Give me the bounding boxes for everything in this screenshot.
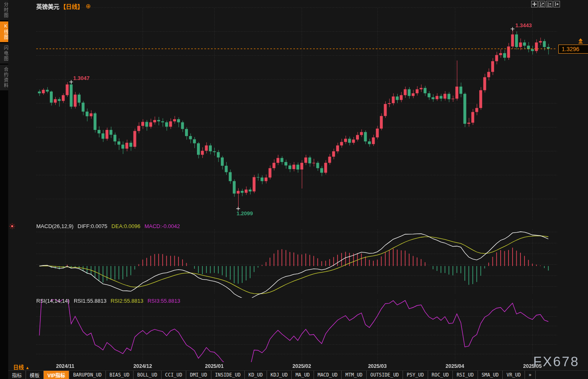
indicator-settings-icon[interactable] [9, 223, 15, 229]
macd-dea-value: DEA:0.0096 [112, 223, 141, 229]
toolbar-item-ma_ud[interactable]: MA_UD [292, 371, 314, 379]
rsi-panel-title: RSI(14,14,14) RSI1:55.8813 RSI2:55.8813 … [36, 298, 180, 304]
macd-panel-title: MACD(26,12,9) DIFF:0.0075 DEA:0.0096 MAC… [36, 223, 180, 229]
chart-type-sidebar: 分时图K线图闪电图合约资料 [0, 0, 8, 379]
toolbar-item-mtm_ud[interactable]: MTM_UD [342, 371, 367, 379]
toolbar-item-kdj_ud[interactable]: KDJ_UD [267, 371, 292, 379]
chart-toolbar-icons [531, 1, 560, 7]
toolbar-item-outside_ud[interactable]: OUTSIDE_UD [367, 371, 403, 379]
x-axis-month-label: 2025/04 [442, 363, 468, 369]
symbol-title: 英镑美元 [36, 2, 59, 10]
macd-diff-value: DIFF:0.0075 [77, 223, 107, 229]
sidebar-item-3[interactable]: 合约资料 [0, 65, 8, 90]
toolbar-item-[interactable]: 模板 [26, 371, 44, 379]
low-price-annotation: 1.2099 [237, 210, 253, 217]
toolbar-item-[interactable]: » [525, 371, 536, 379]
x-axis-month-label: 2024/12 [129, 363, 156, 369]
x-axis-month-label: 2025/02 [288, 363, 315, 369]
toolbar-item-roc_ud[interactable]: ROC_UD [428, 371, 453, 379]
toolbar-item-cci_ud[interactable]: CCI_UD [162, 371, 187, 379]
peak-price-annotation: 1.3443 [515, 22, 532, 28]
latest-price-arrow-icon[interactable] [577, 38, 584, 44]
rsi-title-label: RSI(14,14,14) [36, 298, 70, 304]
fit-chart-icon[interactable] [531, 1, 538, 7]
scale-y-axis-icon[interactable] [539, 1, 545, 7]
macd-title-label: MACD(26,12,9) [36, 223, 73, 229]
toolbar-item-vr_ud[interactable]: VR_UD [503, 371, 525, 379]
period-label: 【日线】 [60, 2, 83, 10]
x-axis-row: 日线 ▲ 2024/112024/122025/012025/022025/03… [8, 363, 588, 371]
timeframe-selector[interactable]: 日线 ▲ [13, 363, 30, 371]
timeframe-arrow-icon: ▲ [26, 365, 30, 370]
chart-canvas[interactable] [0, 0, 588, 379]
rsi3-value: RSI3:55.8813 [148, 298, 180, 304]
rsi1-value: RSI1:55.8813 [74, 298, 107, 304]
indicator-toolbar: 指标模板VIP指标BARUPDN_UDBIAS_UDBOLL_UDCCI_UDD… [8, 370, 588, 379]
toolbar-item-bias_ud[interactable]: BIAS_UD [106, 371, 134, 379]
toolbar-item-macd_ud[interactable]: MACD_UD [314, 371, 342, 379]
toolbar-item-[interactable]: 指标 [8, 371, 26, 379]
rsi2-value: RSI2:55.8813 [110, 298, 143, 304]
watermark: FX678 [533, 354, 579, 370]
high-price-annotation: 1.3047 [73, 75, 90, 81]
toolbar-item-rsi_ud[interactable]: RSI_UD [453, 371, 478, 379]
chart-title-bar: 英镑美元 【日线】 ⊕ [36, 2, 91, 10]
macd-bar-value: MACD:-0.0042 [145, 223, 180, 229]
trading-app: 分时图K线图闪电图合约资料 英镑美元 【日线】 ⊕ [0, 0, 588, 379]
sidebar-item-0[interactable]: 分时图 [0, 0, 8, 20]
sidebar-item-2[interactable]: 闪电图 [0, 43, 8, 64]
toolbar-item-dmi_ud[interactable]: DMI_UD [186, 371, 211, 379]
x-axis-month-label: 2025/01 [201, 363, 227, 369]
toolbar-item-boll_ud[interactable]: BOLL_UD [134, 371, 161, 379]
move-to-latest-icon[interactable] [553, 1, 560, 7]
x-axis-month-label: 2025/03 [364, 363, 391, 369]
toolbar-item-psy_ud[interactable]: PSY_UD [403, 371, 428, 379]
toolbar-item-sma_ud[interactable]: SMA_UD [478, 371, 503, 379]
add-compare-icon[interactable]: ⊕ [86, 3, 91, 9]
scale-x-axis-icon[interactable] [546, 1, 553, 7]
toolbar-item-inside_ud[interactable]: INSIDE_UD [211, 371, 245, 379]
current-price-badge: 1.3296 [558, 45, 588, 54]
toolbar-item-barupdn_ud[interactable]: BARUPDN_UD [69, 371, 105, 379]
x-axis-month-label: 2024/11 [52, 363, 78, 369]
toolbar-item-kd_ud[interactable]: KD_UD [245, 371, 267, 379]
toolbar-item-vip[interactable]: VIP指标 [44, 371, 69, 379]
sidebar-item-1[interactable]: K线图 [0, 21, 8, 42]
